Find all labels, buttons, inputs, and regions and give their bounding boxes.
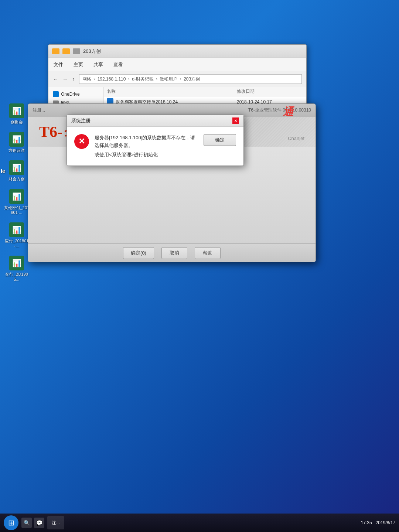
start-button[interactable]: ⊞: [4, 515, 18, 530]
dialog-close-button[interactable]: ×: [232, 117, 239, 124]
dialog-message-line2: 或使用<系统管理>进行初始化: [95, 151, 198, 159]
t6-logo-t6: T6: [39, 123, 57, 140]
t6-logo-dash: -: [57, 123, 62, 140]
desktop: 📊 创财会 📊 方创营洋 📊 财会方创 📊 某他应付_201801-... 📊 …: [0, 0, 399, 532]
taskbar-icons: 🔍 💬: [21, 518, 44, 528]
dialog-title-bar: 系统注册 ×: [67, 115, 243, 127]
dialog-overlay: 系统注册 × ✕ 服务器[192.168.1.100]的系统数据库不存在，请选择…: [0, 0, 399, 532]
error-icon: ✕: [74, 134, 89, 149]
dialog-message: 服务器[192.168.1.100]的系统数据库不存在，请选择其他服务器。 或使…: [95, 134, 198, 160]
t6-logo: T6-: [39, 123, 62, 141]
sysreg-dialog: 系统注册 × ✕ 服务器[192.168.1.100]的系统数据库不存在，请选择…: [66, 115, 244, 166]
taskbar-time: 17:35: [361, 520, 372, 525]
dialog-title: 系统注册: [71, 117, 91, 124]
dialog-ok-button[interactable]: 确定: [204, 134, 236, 146]
dialog-body: ✕ 服务器[192.168.1.100]的系统数据库不存在，请选择其他服务器。 …: [67, 127, 243, 166]
taskbar-cortana-icon[interactable]: 💬: [34, 518, 44, 528]
taskbar-search-icon[interactable]: 🔍: [21, 518, 32, 528]
dialog-message-line1: 服务器[192.168.1.100]的系统数据库不存在，请选择其他服务器。: [95, 134, 198, 150]
taskbar-right: 17:35 2019/8/17: [361, 520, 395, 525]
taskbar: ⊞ 🔍 💬 注... 17:35 2019/8/17: [0, 514, 399, 532]
taskbar-date: 2019/8/17: [376, 520, 395, 525]
taskbar-t6-item[interactable]: 注...: [47, 516, 64, 529]
